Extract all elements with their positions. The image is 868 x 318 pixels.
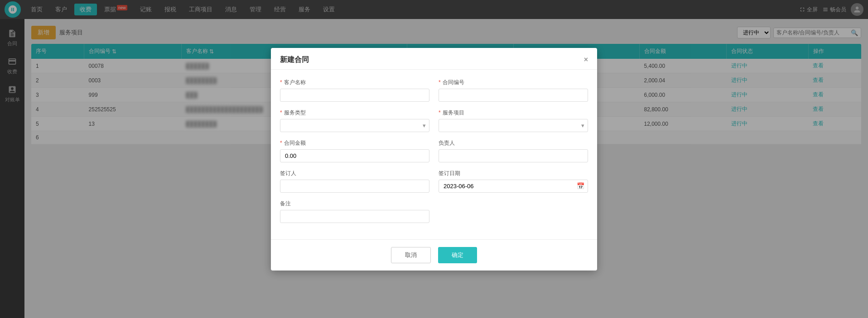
cancel-button[interactable]: 取消: [391, 247, 431, 263]
service-type-label: * 服务类型: [280, 109, 429, 117]
signer-label: 签订人: [280, 170, 429, 177]
modal-close-button[interactable]: ×: [584, 56, 588, 64]
form-row-1: * 客户名称 * 合同编号: [280, 79, 588, 102]
service-type-select[interactable]: [280, 119, 429, 132]
customer-name-label: * 客户名称: [280, 79, 429, 86]
modal-header: 新建合同 ×: [271, 48, 597, 70]
service-item-label: * 服务项目: [439, 109, 588, 117]
person-in-charge-input[interactable]: [439, 149, 588, 162]
service-type-field: * 服务类型: [280, 109, 429, 132]
person-in-charge-field: 负责人: [439, 139, 588, 162]
customer-name-input[interactable]: [280, 89, 429, 102]
service-item-select-wrapper: [439, 119, 588, 132]
modal-body: * 客户名称 * 合同编号 * 服: [271, 70, 597, 239]
remark-field: 备注: [280, 200, 429, 223]
service-type-select-wrapper: [280, 119, 429, 132]
contract-no-field: * 合同编号: [439, 79, 588, 102]
sign-date-input[interactable]: [439, 180, 588, 193]
remark-label: 备注: [280, 200, 429, 208]
form-row-3: * 合同金额 负责人: [280, 139, 588, 162]
form-row-2: * 服务类型 * 服务项目: [280, 109, 588, 132]
form-row-5: 备注: [280, 200, 588, 223]
signer-input[interactable]: [280, 180, 429, 193]
signer-field: 签订人: [280, 170, 429, 193]
new-contract-modal: 新建合同 × * 客户名称 * 合同编号: [271, 48, 597, 271]
contract-amount-label: * 合同金额: [280, 139, 429, 147]
calendar-icon[interactable]: 📅: [577, 182, 584, 190]
contract-no-label: * 合同编号: [439, 79, 588, 86]
service-item-select[interactable]: [439, 119, 588, 132]
sign-date-field: 签订日期 📅: [439, 170, 588, 193]
remark-spacer: [439, 200, 588, 223]
customer-name-field: * 客户名称: [280, 79, 429, 102]
sign-date-wrapper: 📅: [439, 180, 588, 193]
service-item-field: * 服务项目: [439, 109, 588, 132]
modal-title: 新建合同: [280, 55, 309, 65]
modal-overlay[interactable]: 新建合同 × * 客户名称 * 合同编号: [0, 0, 868, 318]
person-in-charge-label: 负责人: [439, 139, 588, 147]
contract-amount-field: * 合同金额: [280, 139, 429, 162]
contract-amount-input[interactable]: [280, 149, 429, 162]
remark-input[interactable]: [280, 210, 429, 223]
modal-footer: 取消 确定: [271, 239, 597, 271]
confirm-button[interactable]: 确定: [438, 247, 477, 263]
form-row-4: 签订人 签订日期 📅: [280, 170, 588, 193]
sign-date-label: 签订日期: [439, 170, 588, 177]
contract-no-input[interactable]: [439, 89, 588, 102]
